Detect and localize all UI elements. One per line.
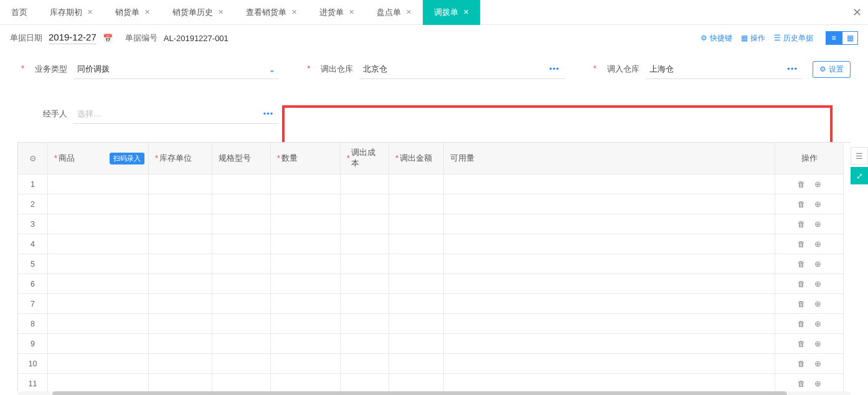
- handler-select[interactable]: 选择… •••: [73, 104, 278, 124]
- cell-unit[interactable]: [149, 354, 212, 374]
- cell-unit[interactable]: [149, 374, 212, 391]
- cell-out-cost[interactable]: [341, 354, 389, 374]
- more-icon[interactable]: •••: [787, 64, 798, 74]
- add-icon[interactable]: ⊕: [814, 179, 821, 189]
- cell-qty[interactable]: [271, 174, 341, 194]
- cell-qty[interactable]: [271, 314, 341, 334]
- in-warehouse-select[interactable]: 上海仓 •••: [646, 59, 803, 79]
- cell-qty[interactable]: [271, 274, 341, 294]
- delete-icon[interactable]: 🗑: [798, 280, 806, 288]
- settings-button[interactable]: ⚙设置: [813, 61, 851, 78]
- cell-out-amount[interactable]: [389, 254, 444, 274]
- close-icon[interactable]: ✕: [349, 8, 354, 16]
- close-icon[interactable]: ✕: [463, 8, 469, 16]
- history-link[interactable]: ☰历史单据: [774, 33, 813, 44]
- cell-out-cost[interactable]: [341, 374, 389, 391]
- cell-out-amount[interactable]: [389, 274, 444, 294]
- cell-spec[interactable]: [212, 214, 271, 234]
- close-icon[interactable]: ✕: [291, 8, 297, 16]
- cell-available[interactable]: [444, 234, 775, 254]
- tab-inventory-init[interactable]: 库存期初✕: [39, 0, 104, 25]
- cell-qty[interactable]: [271, 234, 341, 254]
- view-list-btn[interactable]: ≡: [826, 31, 842, 45]
- add-icon[interactable]: ⊕: [814, 339, 821, 348]
- cell-qty[interactable]: [271, 294, 341, 314]
- more-icon[interactable]: •••: [549, 64, 560, 74]
- cell-available[interactable]: [444, 354, 775, 374]
- add-icon[interactable]: ⊕: [814, 199, 821, 209]
- cell-product[interactable]: [48, 214, 149, 234]
- delete-icon[interactable]: 🗑: [798, 200, 806, 209]
- cell-product[interactable]: [48, 194, 149, 214]
- cell-unit[interactable]: [149, 194, 212, 214]
- cell-product[interactable]: [48, 254, 149, 274]
- add-icon[interactable]: ⊕: [814, 379, 821, 388]
- business-type-select[interactable]: 同价调拨 ⌄: [73, 59, 278, 79]
- cell-qty[interactable]: [271, 374, 341, 391]
- cell-unit[interactable]: [149, 214, 212, 234]
- cell-product[interactable]: [48, 294, 149, 314]
- cell-out-cost[interactable]: [341, 194, 389, 214]
- delete-icon[interactable]: 🗑: [798, 220, 806, 229]
- table-h-scrollbar[interactable]: [17, 391, 851, 395]
- close-icon[interactable]: ✕: [406, 8, 412, 16]
- delete-icon[interactable]: 🗑: [798, 359, 806, 368]
- cell-unit[interactable]: [149, 334, 212, 354]
- tab-sales-history[interactable]: 销货单历史✕: [161, 0, 235, 25]
- cell-out-amount[interactable]: [389, 354, 444, 374]
- add-icon[interactable]: ⊕: [814, 299, 821, 308]
- delete-icon[interactable]: 🗑: [798, 260, 806, 269]
- cell-out-amount[interactable]: [389, 234, 444, 254]
- cell-out-cost[interactable]: [341, 214, 389, 234]
- notes-tab[interactable]: ☰: [851, 147, 868, 164]
- cell-out-amount[interactable]: [389, 194, 444, 214]
- add-icon[interactable]: ⊕: [814, 219, 821, 229]
- tab-sales-order[interactable]: 销货单✕: [104, 0, 161, 25]
- tab-stocktake[interactable]: 盘点单✕: [366, 0, 423, 25]
- cell-spec[interactable]: [212, 194, 271, 214]
- cell-out-cost[interactable]: [341, 314, 389, 334]
- cell-qty[interactable]: [271, 354, 341, 374]
- cell-qty[interactable]: [271, 194, 341, 214]
- add-icon[interactable]: ⊕: [814, 279, 821, 288]
- tab-home[interactable]: 首页: [0, 0, 39, 25]
- cell-out-cost[interactable]: [341, 254, 389, 274]
- out-warehouse-select[interactable]: 北京仓 •••: [359, 59, 564, 79]
- cell-unit[interactable]: [149, 254, 212, 274]
- cell-qty[interactable]: [271, 334, 341, 354]
- cell-available[interactable]: [444, 174, 775, 194]
- scrollbar-thumb[interactable]: [52, 391, 787, 395]
- cell-out-cost[interactable]: [341, 294, 389, 314]
- cell-product[interactable]: [48, 334, 149, 354]
- cell-product[interactable]: [48, 234, 149, 254]
- delete-icon[interactable]: 🗑: [798, 240, 806, 249]
- delete-icon[interactable]: 🗑: [798, 320, 806, 328]
- cell-out-amount[interactable]: [389, 214, 444, 234]
- add-icon[interactable]: ⊕: [814, 259, 821, 269]
- cell-out-amount[interactable]: [389, 294, 444, 314]
- cell-spec[interactable]: [212, 274, 271, 294]
- cell-product[interactable]: [48, 274, 149, 294]
- cell-out-cost[interactable]: [341, 334, 389, 354]
- cell-product[interactable]: [48, 174, 149, 194]
- scan-button[interactable]: 扫码录入: [110, 153, 144, 164]
- cell-out-cost[interactable]: [341, 174, 389, 194]
- shortcut-link[interactable]: ⚙快捷键: [701, 33, 732, 44]
- cell-out-amount[interactable]: [389, 174, 444, 194]
- cell-available[interactable]: [444, 374, 775, 391]
- cell-out-cost[interactable]: [341, 274, 389, 294]
- close-icon[interactable]: ✕: [218, 8, 224, 16]
- cell-spec[interactable]: [212, 354, 271, 374]
- view-grid-btn[interactable]: ▦: [842, 31, 858, 45]
- cell-unit[interactable]: [149, 174, 212, 194]
- cell-unit[interactable]: [149, 314, 212, 334]
- close-icon[interactable]: ✕: [87, 8, 93, 16]
- settings-column[interactable]: ⚙: [18, 143, 48, 174]
- cell-spec[interactable]: [212, 314, 271, 334]
- cell-available[interactable]: [444, 194, 775, 214]
- delete-icon[interactable]: 🗑: [798, 180, 806, 189]
- add-icon[interactable]: ⊕: [814, 319, 821, 328]
- cell-qty[interactable]: [271, 254, 341, 274]
- add-icon[interactable]: ⊕: [814, 359, 821, 368]
- delete-icon[interactable]: 🗑: [798, 379, 806, 388]
